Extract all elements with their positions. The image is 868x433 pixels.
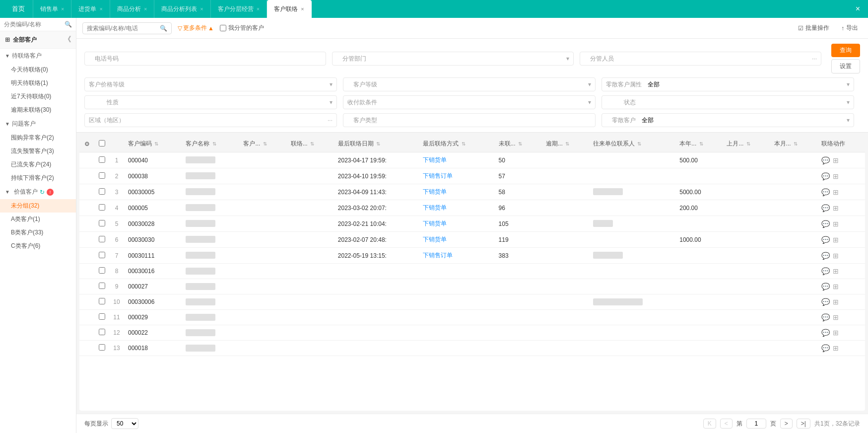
cell-checkbox[interactable]	[94, 294, 109, 310]
close-tab-sales[interactable]: ×	[61, 6, 64, 12]
th-gear[interactable]: ⚙	[79, 136, 94, 152]
cell-checkbox[interactable]	[94, 168, 109, 184]
close-all-btn[interactable]: ×	[852, 4, 864, 13]
sidebar-search-icon[interactable]: 🔍	[65, 21, 72, 28]
cell-last-method[interactable]: 下销货单	[419, 216, 494, 232]
th-last-method[interactable]: 最后联络方式 ⇅	[419, 136, 494, 152]
retail-cust-dropdown-icon[interactable]: ▾	[847, 117, 850, 124]
last-method-link[interactable]: 下销货单	[423, 204, 447, 211]
tab-pa-list[interactable]: 商品分析列表 ×	[154, 0, 210, 18]
chat-icon[interactable]: 💬	[821, 283, 830, 290]
cell-last-method[interactable]: 下销货单	[419, 200, 494, 216]
close-tab-cc[interactable]: ×	[301, 6, 304, 12]
last-method-link[interactable]: 下销货单	[423, 236, 447, 243]
my-customers-checkbox[interactable]	[220, 25, 226, 31]
row-checkbox-2[interactable]	[99, 188, 105, 195]
tab-product-analysis[interactable]: 商品分析 ×	[110, 0, 154, 18]
sidebar-item-ungroup[interactable]: 未分组(32)	[0, 199, 76, 213]
sidebar-item-hoarding[interactable]: 囤购异常客户(2)	[0, 131, 76, 144]
sidebar-item-overdue-pending[interactable]: 逾期未联络(30)	[0, 103, 76, 117]
grid-action-icon[interactable]: ⊞	[833, 267, 839, 275]
retail-attr-dropdown-icon[interactable]: ▾	[847, 81, 850, 88]
row-checkbox-7[interactable]	[99, 267, 105, 274]
row-checkbox-10[interactable]	[99, 313, 105, 320]
region-ellipsis-icon[interactable]: ···	[328, 117, 333, 124]
grid-action-icon[interactable]: ⊞	[833, 172, 839, 180]
cell-checkbox[interactable]	[94, 248, 109, 264]
cell-checkbox[interactable]	[94, 184, 109, 200]
chat-icon[interactable]: 💬	[821, 204, 830, 212]
cell-checkbox[interactable]	[94, 325, 109, 341]
close-tab-ct[interactable]: ×	[257, 6, 260, 12]
current-page-input[interactable]	[746, 419, 766, 429]
tab-customer-tier[interactable]: 客户分层经营 ×	[211, 0, 267, 18]
cell-last-method[interactable]: 下销货单	[419, 184, 494, 200]
status-dropdown-icon[interactable]: ▾	[847, 99, 850, 106]
cell-checkbox[interactable]	[94, 264, 109, 279]
chat-icon[interactable]: 💬	[821, 313, 830, 321]
sidebar-item-churn-warning[interactable]: 流失预警客户(3)	[0, 144, 76, 158]
refresh-icon[interactable]: ↻	[40, 189, 45, 196]
row-checkbox-9[interactable]	[99, 298, 105, 304]
sidebar-item-class-b[interactable]: B类客户(33)	[0, 226, 76, 239]
grid-action-icon[interactable]: ⊞	[833, 236, 839, 244]
cell-checkbox[interactable]	[94, 232, 109, 248]
sidebar-group-problem[interactable]: ▼ 问题客户	[0, 117, 76, 131]
page-size-select[interactable]: 50 100 200	[111, 418, 138, 429]
sidebar-item-today-pending[interactable]: 今天待联络(0)	[0, 63, 76, 76]
sidebar-item-declining[interactable]: 持续下滑客户(2)	[0, 171, 76, 185]
batch-ops-btn[interactable]: ☑ 批量操作	[794, 22, 833, 34]
row-checkbox-1[interactable]	[99, 172, 105, 179]
sidebar-collapse-icon[interactable]: 《	[64, 35, 71, 44]
sidebar-all-customers[interactable]: ⊞ 全部客户 《	[0, 31, 76, 49]
cell-checkbox[interactable]	[94, 216, 109, 232]
grid-action-icon[interactable]: ⊞	[833, 220, 839, 228]
cell-checkbox[interactable]	[94, 341, 109, 356]
th-last-month[interactable]: 上月... ⇅	[723, 136, 770, 152]
th-checkbox[interactable]	[94, 136, 109, 152]
chat-icon[interactable]: 💬	[821, 156, 830, 164]
my-customers-checkbox-area[interactable]: 我分管的客户	[220, 24, 264, 32]
grid-action-icon[interactable]: ⊞	[833, 313, 839, 321]
th-type[interactable]: 客户... ⇅	[239, 136, 286, 152]
payment-dropdown-icon[interactable]: ▾	[588, 99, 591, 106]
cell-checkbox[interactable]	[94, 200, 109, 216]
cust-level-dropdown-icon[interactable]: ▾	[588, 81, 591, 88]
grid-action-icon[interactable]: ⊞	[833, 344, 839, 352]
sidebar-item-churned[interactable]: 已流失客户(24)	[0, 158, 76, 171]
close-tab-pa[interactable]: ×	[144, 6, 147, 12]
th-this-year[interactable]: 本年... ⇅	[675, 136, 723, 152]
more-conditions-btn[interactable]: ▽ 更多条件 ▲	[178, 24, 214, 32]
grid-action-icon[interactable]: ⊞	[833, 252, 839, 260]
close-tab-pal[interactable]: ×	[200, 6, 203, 12]
row-checkbox-8[interactable]	[99, 283, 105, 289]
cell-last-method[interactable]: 下销售订单	[419, 248, 494, 264]
cell-last-method[interactable]: 下销货单	[419, 232, 494, 248]
last-method-link[interactable]: 下销售订单	[423, 252, 453, 259]
grid-action-icon[interactable]: ⊞	[833, 283, 839, 290]
grid-action-icon[interactable]: ⊞	[833, 188, 839, 196]
grid-action-icon[interactable]: ⊞	[833, 329, 839, 337]
search-icon[interactable]: 🔍	[160, 25, 167, 32]
chat-icon[interactable]: 💬	[821, 267, 830, 275]
grid-action-icon[interactable]: ⊞	[833, 204, 839, 212]
select-all-checkbox[interactable]	[99, 140, 105, 146]
cell-last-method[interactable]: 下销货单	[419, 152, 494, 168]
last-method-link[interactable]: 下销货单	[423, 220, 447, 227]
tab-sales-order[interactable]: 销售单 ×	[33, 0, 71, 18]
th-not-contact[interactable]: 未联... ⇅	[495, 136, 542, 152]
sidebar-item-class-a[interactable]: A类客户(1)	[0, 213, 76, 226]
row-checkbox-12[interactable]	[99, 344, 105, 351]
th-code[interactable]: 客户编码 ⇅	[124, 136, 182, 152]
nature-dropdown-icon[interactable]: ▾	[330, 99, 333, 106]
grid-action-icon[interactable]: ⊞	[833, 298, 839, 306]
cell-checkbox[interactable]	[94, 310, 109, 325]
cell-checkbox[interactable]	[94, 152, 109, 168]
last-page-btn[interactable]: >|	[797, 419, 810, 429]
cell-last-method[interactable]: 下销售订单	[419, 168, 494, 184]
search-button[interactable]: 查询	[831, 44, 860, 57]
close-tab-purchase[interactable]: ×	[99, 6, 102, 12]
chat-icon[interactable]: 💬	[821, 252, 830, 260]
chat-icon[interactable]: 💬	[821, 172, 830, 180]
filter-phone-input[interactable]	[123, 55, 322, 62]
